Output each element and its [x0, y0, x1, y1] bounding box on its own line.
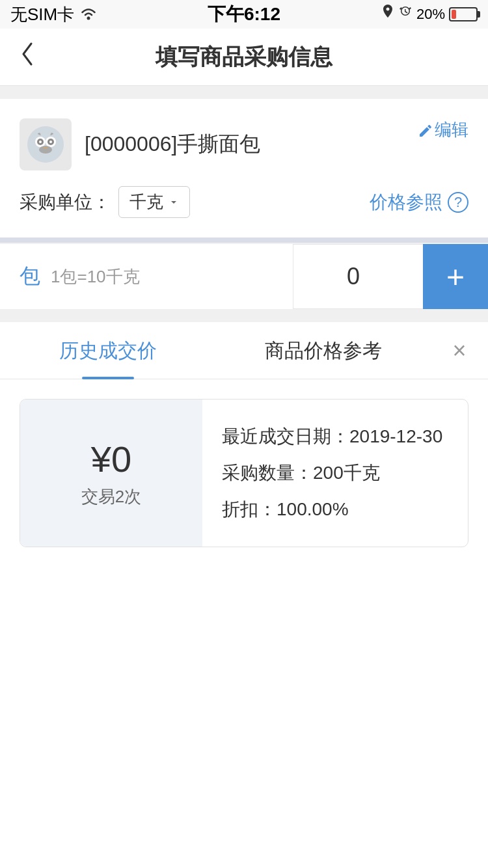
- card-right: 最近成交日期：2019-12-30 采购数量：200千克 折扣：100.00%: [202, 400, 468, 547]
- recent-date-label: 最近成交日期：: [222, 426, 349, 446]
- product-section: [0000006]手撕面包 编辑 采购单位： 千克 价格参照 ?: [0, 99, 488, 237]
- price-symbol: ¥: [91, 439, 111, 480]
- battery-fill: [452, 10, 456, 19]
- product-row: 采购单位： 千克 价格参照 ?: [20, 186, 468, 218]
- price-ref-label: 价格参照: [370, 190, 442, 215]
- quantity-left: 包 1包=10千克: [0, 262, 293, 291]
- page-title: 填写商品采购信息: [156, 42, 332, 72]
- main-content-area: [0, 567, 488, 868]
- purchase-unit-label: 采购单位：: [20, 190, 111, 215]
- svg-point-1: [27, 126, 64, 163]
- card-recent-date: 最近成交日期：2019-12-30: [222, 423, 448, 450]
- tabs-content: ¥0 交易2次 最近成交日期：2019-12-30 采购数量：200千克 折扣：…: [0, 379, 488, 567]
- unit-selector[interactable]: 千克: [118, 186, 190, 218]
- svg-point-8: [39, 146, 52, 154]
- carrier-text: 无SIM卡: [10, 3, 74, 26]
- status-left: 无SIM卡: [10, 3, 98, 26]
- tab-history-price[interactable]: 历史成交价: [0, 322, 215, 379]
- product-header: [0000006]手撕面包 编辑: [20, 118, 468, 170]
- svg-point-6: [39, 141, 42, 143]
- product-thumbnail: [20, 118, 72, 170]
- price-value: 0: [111, 439, 131, 480]
- history-card: ¥0 交易2次 最近成交日期：2019-12-30 采购数量：200千克 折扣：…: [20, 399, 468, 547]
- card-purchase-qty: 采购数量：200千克: [222, 459, 448, 487]
- product-owl-icon: [26, 125, 65, 164]
- card-price: ¥0: [91, 438, 131, 480]
- tabs-section: 历史成交价 商品价格参考 × ¥0 交易2次 最近成交日期：2019-12-30…: [0, 322, 488, 567]
- bag-unit-info: 1包=10千克: [51, 265, 140, 288]
- product-name: [0000006]手撕面包: [85, 130, 260, 159]
- purchase-qty-value: 200千克: [313, 463, 380, 483]
- discount-label: 折扣：: [222, 499, 277, 519]
- wifi-icon: [79, 5, 98, 25]
- card-discount: 折扣：100.00%: [222, 496, 448, 523]
- price-ref-info-icon: ?: [448, 192, 468, 213]
- purchase-qty-label: 采购数量：: [222, 463, 313, 483]
- quantity-section: 包 1包=10千克 +: [0, 244, 488, 309]
- recent-date-value: 2019-12-30: [349, 426, 442, 446]
- card-left: ¥0 交易2次: [20, 400, 202, 547]
- price-ref-button[interactable]: 价格参照 ?: [370, 190, 468, 215]
- product-left: [0000006]手撕面包: [20, 118, 260, 170]
- tab-price-ref[interactable]: 商品价格参考: [215, 322, 431, 379]
- edit-label: 编辑: [435, 118, 468, 141]
- quantity-input[interactable]: [293, 244, 423, 309]
- edit-button[interactable]: 编辑: [418, 118, 468, 141]
- alarm-icon: [398, 5, 413, 23]
- purchase-unit: 采购单位： 千克: [20, 186, 190, 218]
- tab-close-button[interactable]: ×: [431, 322, 488, 379]
- quantity-plus-button[interactable]: +: [423, 244, 488, 309]
- svg-point-0: [87, 16, 90, 20]
- svg-point-7: [49, 141, 52, 143]
- unit-value: 千克: [129, 191, 163, 213]
- bag-label: 包: [20, 262, 40, 291]
- back-button[interactable]: [20, 34, 42, 79]
- discount-value: 100.00%: [277, 499, 349, 519]
- status-bar: 无SIM卡 下午6:12 20%: [0, 0, 488, 29]
- location-icon: [381, 5, 394, 24]
- quantity-right: +: [293, 244, 488, 309]
- section-divider: [0, 237, 488, 243]
- tabs-header: 历史成交价 商品价格参考 ×: [0, 322, 488, 379]
- card-trade-count: 交易2次: [81, 485, 141, 508]
- status-right: 20%: [381, 5, 478, 24]
- status-time: 下午6:12: [208, 2, 280, 27]
- nav-bar: 填写商品采购信息: [0, 29, 488, 86]
- battery-icon: [449, 7, 478, 21]
- battery-text: 20%: [416, 6, 445, 23]
